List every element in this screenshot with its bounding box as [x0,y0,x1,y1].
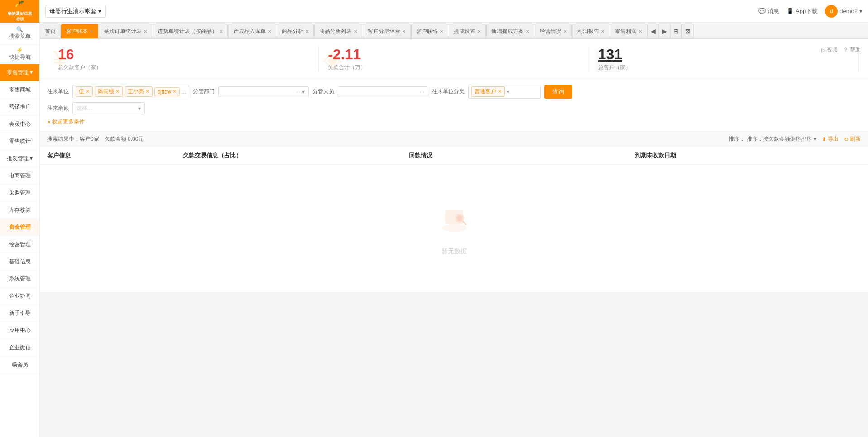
person-select[interactable]: ··· [338,86,428,97]
chevron-down-icon: ▾ [859,8,863,14]
unit-tag-cj-close[interactable]: ✕ [173,89,177,95]
person-label: 分管人员 [312,88,334,95]
tab-raise-settings[interactable]: 提成设置 ✕ [449,24,486,38]
tab-accounts[interactable]: 客户账本 ✕ [61,24,98,38]
table-container: 客户信息 欠款交易信息（占比） 回款情况 到期未收款日期 [40,147,868,292]
tab-close-custmgmt[interactable]: ✕ [402,29,406,34]
tab-close-ops[interactable]: ✕ [563,29,567,34]
category-label: 往来单位分类 [432,88,465,95]
avatar: d [825,5,838,18]
sidebar-item-newguide[interactable]: 新手引导 [0,305,39,322]
tab-next-btn[interactable]: ▶ [659,24,670,38]
tab-goods-analysis[interactable]: 商品分析 ✕ [277,24,314,38]
tab-close-goodslist[interactable]: ✕ [354,29,357,34]
retail-mgmt-label: 零售管理 ▾ [7,69,33,76]
tab-customer-contact[interactable]: 客户联络 ✕ [411,24,448,38]
tab-close-inventory[interactable]: ✕ [219,29,223,34]
filter-area: 往来单位 伍 ✕ 陈民强 ✕ 王小亮 ✕ [40,79,868,132]
unit-tag-wu-close[interactable]: ✕ [86,89,90,95]
stat-bg-icon-amount: ◈ [323,45,341,72]
sidebar-item-inventory[interactable]: 库存核算 [0,202,39,219]
sidebar-item-ecommerce[interactable]: 电商管理 [0,167,39,185]
category-tag-close[interactable]: ✕ [498,89,502,95]
tab-inventory-stats[interactable]: 进货单统计表（按商品） ✕ [153,24,228,38]
sidebar-item-appcenter[interactable]: 应用中心 [0,322,39,339]
messages-btn[interactable]: 💬 消息 [758,7,779,15]
more-icon2: ··· [420,89,424,95]
sidebar: 🍊 畅捷通好生意 标版 🔍 搜索菜单 ⚡ 快捷导航 零售管理 ▾ 零售商城 营销… [0,0,40,437]
tab-home[interactable]: 首页 [40,24,61,38]
tab-minimize-btn[interactable]: ⊟ [670,24,682,38]
tab-goods-list[interactable]: 商品分析列表 ✕ [314,24,362,38]
chevron-down-icon2: ▾ [507,89,509,95]
unit-tag-chen-close[interactable]: ✕ [115,89,120,95]
sidebar-item-vip[interactable]: 畅会员 [0,356,39,374]
unit-filter-input[interactable]: 伍 ✕ 陈民强 ✕ 王小亮 ✕ cjttcw ✕ [72,85,189,98]
chevron-down-icon: ▾ [302,89,305,95]
balance-placeholder: 选择... [77,104,136,112]
sidebar-item-enterprise[interactable]: 企业协同 [0,288,39,305]
tab-close-profit[interactable]: ✕ [601,29,604,34]
sidebar-item-system[interactable]: 系统管理 [0,271,39,288]
help-btn[interactable]: ？ 帮助 [843,46,861,54]
sidebar-item-retail-stats[interactable]: 零售统计 [0,133,39,150]
unit-tag-wang-close[interactable]: ✕ [145,89,149,95]
tab-close-contact[interactable]: ✕ [440,29,443,34]
sidebar-item-retail-mall[interactable]: 零售商城 [0,81,39,99]
category-select[interactable]: 普通客户 ✕ ▾ [468,85,541,99]
empty-icon [436,201,472,244]
refresh-icon: ↻ [844,136,849,142]
search-icon: 🔍 [16,26,23,33]
dept-label: 分管部门 [193,88,215,95]
video-help-bar: ▷ 视频 ？ 帮助 [821,46,861,54]
sidebar-item-basic[interactable]: 基础信息 [0,253,39,271]
export-button[interactable]: ⬇ 导出 [822,135,839,143]
col-due-date: 到期未收款日期 [635,152,861,160]
sidebar-item-operations[interactable]: 经营管理 [0,236,39,253]
tab-close-raise[interactable]: ✕ [477,29,481,34]
collapse-btn[interactable]: ∧ 收起更多条件 [47,118,861,126]
tab-retail-profit[interactable]: 零售利润 ✕ [610,24,647,38]
topbar-right: 💬 消息 📱 App下载 d demo2 ▾ [758,5,863,18]
refresh-button[interactable]: ↻ 刷新 [844,135,861,143]
dept-select[interactable]: ··· ▾ [218,86,309,97]
logo-icon: 🍊 [14,0,25,11]
unit-tag-wu: 伍 ✕ [76,86,93,97]
tab-maximize-btn[interactable]: ⊠ [682,24,694,38]
sidebar-item-retail-mgmt[interactable]: 零售管理 ▾ [0,64,39,81]
nav-icon: ⚡ [16,47,23,53]
query-button[interactable]: 查询 [544,85,572,99]
sidebar-item-wholesale[interactable]: 批发管理 ▾ [0,150,39,167]
tab-close-newraise[interactable]: ✕ [526,29,529,34]
tab-operations[interactable]: 经营情况 ✕ [535,24,572,38]
tab-close-purchase[interactable]: ✕ [144,29,147,34]
tab-purchase-orders[interactable]: 采购订单统计表 ✕ [99,24,152,38]
tab-profit[interactable]: 利润报告 ✕ [572,24,609,38]
tab-close-retailprofit[interactable]: ✕ [638,29,642,34]
tabbar: 首页 客户账本 ✕ 采购订单统计表 ✕ 进货单统计表（按商品） ✕ 产成品入库单… [40,23,868,39]
tab-production[interactable]: 产成品入库单 ✕ [228,24,276,38]
category-tag-normal: 普通客户 ✕ [471,86,505,97]
unit-filter-more[interactable]: ... [182,89,186,95]
tab-close-production[interactable]: ✕ [268,29,271,34]
account-selector[interactable]: 母婴行业演示帐套 ▾ [45,5,106,18]
tab-new-raise[interactable]: 新增提成方案 ✕ [486,24,534,38]
tab-prev-btn[interactable]: ◀ [647,24,659,38]
search-menu[interactable]: 🔍 搜索菜单 [0,23,39,44]
video-btn[interactable]: ▷ 视频 [821,46,838,54]
sidebar-item-purchase[interactable]: 采购管理 [0,185,39,202]
tab-customer-mgmt[interactable]: 客户分层经营 ✕ [363,24,411,38]
sidebar-item-marketing[interactable]: 营销推广 [0,99,39,116]
balance-select[interactable]: 选择... ▾ [72,102,145,114]
user-menu[interactable]: d demo2 ▾ [825,5,863,18]
quick-nav[interactable]: ⚡ 快捷导航 [0,44,39,64]
tab-close-accounts[interactable]: ✕ [90,29,93,34]
table-header: 客户信息 欠款交易信息（占比） 回款情况 到期未收款日期 [40,147,868,165]
sidebar-item-member[interactable]: 会员中心 [0,116,39,133]
sidebar-item-ent-wechat[interactable]: 企业微信 [0,339,39,356]
tab-close-goods[interactable]: ✕ [305,29,309,34]
app-download-btn[interactable]: 📱 App下载 [786,7,818,15]
chevron-down-sort: ▾ [814,136,816,142]
sidebar-item-finance[interactable]: 资金管理 [0,219,39,236]
sort-selector[interactable]: 排序： 排序：按欠款金额倒序排序 ▾ [729,135,816,143]
